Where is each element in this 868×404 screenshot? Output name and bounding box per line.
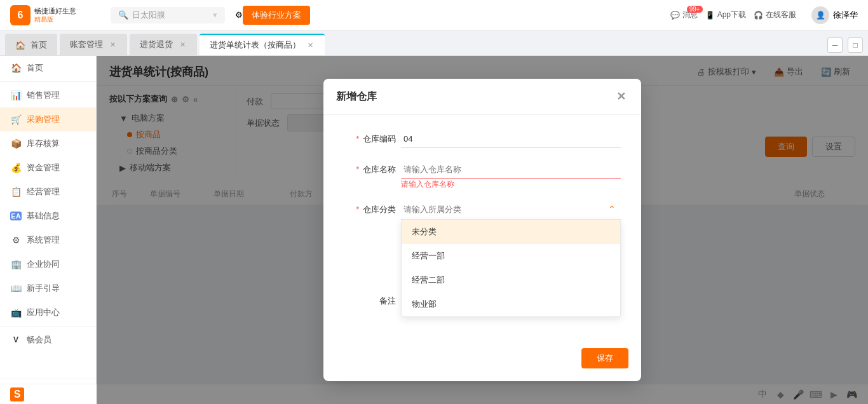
app-center-icon: 📺 <box>10 307 22 318</box>
sidebar-item-vip[interactable]: V 畅会员 <box>0 328 96 352</box>
sidebar: 🏠 首页 📊 销售管理 🛒 采购管理 📦 库存核算 💰 资金管理 📋 经营管理 … <box>0 56 97 404</box>
topbar-search[interactable]: 🔍 日太阳膜 ▾ <box>111 7 225 24</box>
category-select[interactable]: ⌃ 未分类 经营一部 经营二部 物业部 <box>401 199 621 220</box>
guide-icon: 📖 <box>10 283 22 294</box>
modal-footer: 保存 <box>323 340 641 381</box>
tab-close-return[interactable]: ✕ <box>178 40 187 49</box>
system-icon: ⚙ <box>10 234 22 246</box>
sidebar-item-inventory[interactable]: 📦 库存核算 <box>0 131 96 156</box>
name-error-msg: 请输入仓库名称 <box>401 179 454 190</box>
home-icon: 🏠 <box>15 41 25 50</box>
tab-purchase-stats[interactable]: 进货单统计表（按商品） ✕ <box>200 34 325 55</box>
sidebar-item-home[interactable]: 🏠 首页 <box>0 56 96 80</box>
user-area[interactable]: 👤 徐泽华 <box>811 6 858 24</box>
modal-body: * 仓库编码 * 仓库名称 请输入仓库名称 <box>323 115 641 340</box>
modal-overlay: 新增仓库 ✕ * 仓库编码 * <box>97 56 868 404</box>
logo-text: 畅捷通好生意 精易版 <box>34 6 76 24</box>
purchase-icon: 🛒 <box>10 114 22 125</box>
sidebar-item-basic-info[interactable]: EA 基础信息 <box>0 204 96 228</box>
tab-home[interactable]: 🏠 首页 <box>5 34 57 55</box>
avatar: 👤 <box>811 6 829 24</box>
modal-add-warehouse: 新增仓库 ✕ * 仓库编码 * <box>323 79 641 381</box>
dropdown-item-dept3[interactable]: 物业部 <box>402 292 620 316</box>
basic-info-icon: EA <box>10 212 22 220</box>
headset-icon: 🎧 <box>754 11 763 20</box>
vip-icon: V <box>10 334 22 346</box>
save-button[interactable]: 保存 <box>581 348 628 368</box>
dropdown-arrow-icon: ▾ <box>213 10 217 20</box>
dropdown-item-dept2[interactable]: 经营二部 <box>402 268 620 292</box>
name-input[interactable] <box>401 161 621 178</box>
home-icon: 🏠 <box>10 62 22 74</box>
inventory-icon: 📦 <box>10 138 22 149</box>
topbar: 6 畅捷通好生意 精易版 🔍 日太阳膜 ▾ ⚙ 体验行业方案 💬 消息 99+ … <box>0 0 868 30</box>
tabbar: 🏠 首页 账套管理 ✕ 进货退货 ✕ 进货单统计表（按商品） ✕ ─ □ <box>0 30 868 56</box>
dropdown-item-uncategorized[interactable]: 未分类 <box>402 220 620 244</box>
tabbar-right: ─ □ <box>827 37 863 55</box>
modal-close-button[interactable]: ✕ <box>613 89 628 104</box>
message-icon: 💬 <box>670 11 680 20</box>
sales-icon: 📊 <box>10 90 22 101</box>
form-row-code: * 仓库编码 <box>344 130 621 148</box>
category-input[interactable] <box>403 205 606 214</box>
maximize-button[interactable]: □ <box>848 37 863 53</box>
sidebar-item-purchase[interactable]: 🛒 采购管理 <box>0 107 96 131</box>
chevron-up-icon: ⌃ <box>606 203 618 215</box>
tab-purchase-return[interactable]: 进货退货 ✕ <box>130 34 197 55</box>
modal-header: 新增仓库 ✕ <box>323 79 641 115</box>
operations-icon: 📋 <box>10 186 22 198</box>
gear-icon[interactable]: ⚙ <box>235 10 243 20</box>
code-label: * 仓库编码 <box>344 133 401 145</box>
s-brand-icon: S <box>10 387 24 401</box>
finance-icon: 💰 <box>10 162 22 173</box>
remark-label: 备注 <box>344 295 401 307</box>
category-label: * 仓库分类 <box>344 204 401 215</box>
dropdown-item-dept1[interactable]: 经营一部 <box>402 244 620 268</box>
modal-title: 新增仓库 <box>336 90 377 104</box>
sidebar-item-app-center[interactable]: 📺 应用中心 <box>0 300 96 325</box>
code-input[interactable] <box>401 130 621 148</box>
topbar-actions: 💬 消息 99+ 📱 App下载 🎧 在线客服 👤 徐泽华 <box>670 6 858 24</box>
sidebar-item-finance[interactable]: 💰 资金管理 <box>0 156 96 180</box>
category-dropdown: 未分类 经营一部 经营二部 物业部 <box>401 219 621 317</box>
sidebar-item-operations[interactable]: 📋 经营管理 <box>0 180 96 204</box>
form-row-name: * 仓库名称 请输入仓库名称 <box>344 161 621 178</box>
content-area: 进货单统计(按商品) 🖨 按模板打印 ▾ 📤 导出 🔄 刷新 <box>97 56 868 404</box>
tab-account[interactable]: 账套管理 ✕ <box>60 34 127 55</box>
sidebar-item-enterprise[interactable]: 🏢 企业协同 <box>0 252 96 276</box>
service-item[interactable]: 🎧 在线客服 <box>754 10 796 20</box>
search-icon: 🔍 <box>118 10 128 20</box>
tab-close-account[interactable]: ✕ <box>108 40 117 49</box>
sidebar-item-system[interactable]: ⚙ 系统管理 <box>0 228 96 252</box>
app-download-item[interactable]: 📱 App下载 <box>705 10 746 20</box>
logo-area: 6 畅捷通好生意 精易版 <box>10 5 105 25</box>
minimize-button[interactable]: ─ <box>827 37 843 53</box>
main-layout: 🏠 首页 📊 销售管理 🛒 采购管理 📦 库存核算 💰 资金管理 📋 经营管理 … <box>0 56 868 404</box>
sidebar-item-guide[interactable]: 📖 新手引导 <box>0 276 96 300</box>
message-item[interactable]: 💬 消息 99+ <box>670 10 698 20</box>
sidebar-item-sales[interactable]: 📊 销售管理 <box>0 83 96 107</box>
tab-close-stats[interactable]: ✕ <box>306 41 315 50</box>
logo-icon: 6 <box>10 5 31 25</box>
name-label: * 仓库名称 <box>344 164 401 175</box>
form-row-category: * 仓库分类 ⌃ 未分类 经营一部 经营二部 物业部 <box>344 199 621 220</box>
enterprise-icon: 🏢 <box>10 259 22 270</box>
phone-icon: 📱 <box>705 11 715 20</box>
experience-button[interactable]: 体验行业方案 <box>243 6 310 25</box>
